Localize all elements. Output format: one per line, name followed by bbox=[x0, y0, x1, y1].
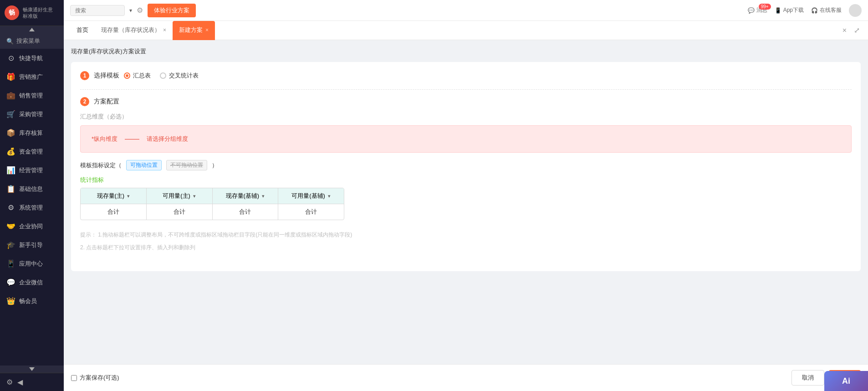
topbar-app-download[interactable]: 📱 App下载 bbox=[775, 6, 804, 14]
sidebar-header: 畅 畅康通好生意 标准版 bbox=[0, 0, 64, 26]
collapse-icon[interactable]: ◀ bbox=[17, 378, 23, 386]
stats-table-header: 现存量(主) ▾ 可用量(主) ▾ 现存量(基辅) ▾ 可用量(基辅) bbox=[81, 188, 344, 204]
settings-icon[interactable]: ⚙ bbox=[6, 378, 13, 386]
finance-icon: 💰 bbox=[6, 147, 15, 156]
sidebar-scroll-down[interactable] bbox=[0, 365, 64, 373]
stats-col-2[interactable]: 可用量(主) ▾ bbox=[147, 188, 213, 204]
svg-marker-0 bbox=[29, 28, 35, 31]
marketing-icon: 🎁 bbox=[6, 72, 15, 81]
stats-table: 现存量(主) ▾ 可用量(主) ▾ 现存量(基辅) ▾ 可用量(基辅) bbox=[80, 188, 344, 220]
dimension-box[interactable]: *纵向维度 —— 请选择分组维度 bbox=[80, 125, 852, 153]
cancel-button[interactable]: 取消 bbox=[791, 370, 824, 386]
topbar: ▾ ⚙ 体验行业方案 💬 消息 99+ 📱 App下载 🎧 在线客服 bbox=[64, 0, 868, 21]
stats-cell-4: 合计 bbox=[278, 204, 344, 220]
main-area: ▾ ⚙ 体验行业方案 💬 消息 99+ 📱 App下载 🎧 在线客服 首页 bbox=[64, 0, 868, 391]
sidebar-footer: ⚙ ◀ bbox=[0, 373, 64, 391]
sidebar-item-app-center[interactable]: 📱 应用中心 bbox=[0, 254, 64, 273]
tabs-bar-right: × ⤢ bbox=[841, 24, 862, 36]
save-checkbox-input[interactable] bbox=[71, 375, 77, 381]
topbar-messages[interactable]: 💬 消息 99+ bbox=[748, 6, 767, 14]
nodrag-tag: 不可拖动位置 bbox=[166, 160, 207, 170]
sidebar-item-operations[interactable]: 📊 经营管理 bbox=[0, 161, 64, 180]
sidebar-item-purchase[interactable]: 🛒 采购管理 bbox=[0, 105, 64, 123]
sidebar-item-finance[interactable]: 💰 资金管理 bbox=[0, 142, 64, 161]
content-area: 现存量(库存状况表)方案设置 1 选择模板 汇总表 交叉统计表 bbox=[64, 40, 868, 364]
stats-cell-1: 合计 bbox=[81, 204, 147, 220]
user-avatar[interactable] bbox=[849, 4, 862, 17]
stats-table-row: 合计 合计 合计 合计 bbox=[81, 204, 344, 220]
chevron-down-icon-2[interactable]: ▾ bbox=[193, 193, 196, 199]
topbar-right: 💬 消息 99+ 📱 App下载 🎧 在线客服 bbox=[748, 4, 862, 17]
sidebar-item-member[interactable]: 👑 畅会员 bbox=[0, 292, 64, 310]
step1-section: 1 选择模板 汇总表 交叉统计表 bbox=[80, 71, 852, 80]
stats-col-3[interactable]: 现存量(基辅) ▾ bbox=[213, 188, 279, 204]
sidebar-item-quick-nav[interactable]: ⊙ 快捷导航 bbox=[0, 49, 64, 67]
app-title: 畅康通好生意 标准版 bbox=[23, 6, 53, 20]
phone-icon: 📱 bbox=[775, 7, 781, 14]
template-radio-group: 汇总表 交叉统计表 bbox=[124, 72, 199, 80]
ai-float-button[interactable]: Ai bbox=[824, 371, 868, 391]
dimension-placeholder[interactable]: 请选择分组维度 bbox=[147, 135, 188, 143]
radio-summary[interactable]: 汇总表 bbox=[124, 72, 151, 80]
app-center-icon: 📱 bbox=[6, 259, 15, 268]
step1-header: 1 选择模板 汇总表 交叉统计表 bbox=[80, 71, 852, 80]
tab-inventory[interactable]: 现存量（库存状况表） × bbox=[95, 21, 173, 40]
page-title: 现存量(库存状况表)方案设置 bbox=[71, 47, 861, 56]
topbar-search-input[interactable] bbox=[70, 5, 125, 16]
radio-cross[interactable]: 交叉统计表 bbox=[160, 72, 199, 80]
sidebar-item-wechat[interactable]: 💬 企业微信 bbox=[0, 273, 64, 292]
topbar-online-service[interactable]: 🎧 在线客服 bbox=[811, 6, 842, 14]
sidebar-item-new-guide[interactable]: 🎓 新手引导 bbox=[0, 236, 64, 254]
basic-info-icon: 📋 bbox=[6, 185, 15, 193]
sidebar-item-system[interactable]: ⚙ 系统管理 bbox=[0, 198, 64, 217]
tabs-bar: 首页 现存量（库存状况表） × 新建方案 × × ⤢ bbox=[64, 21, 868, 40]
tab-inventory-close[interactable]: × bbox=[163, 27, 166, 33]
sidebar-search[interactable]: 🔍 搜索菜单 bbox=[0, 33, 64, 49]
step2-title: 方案配置 bbox=[94, 98, 119, 106]
new-guide-icon: 🎓 bbox=[6, 241, 15, 249]
tab-close-action[interactable]: × bbox=[841, 25, 848, 36]
tab-new-scheme-close[interactable]: × bbox=[205, 27, 209, 33]
sidebar-item-sales[interactable]: 💼 销售管理 bbox=[0, 86, 64, 105]
save-checkbox-label[interactable]: 方案保存(可选) bbox=[71, 374, 119, 382]
step-divider bbox=[80, 89, 852, 90]
radio-summary-circle bbox=[124, 72, 130, 79]
dimension-required-label: *纵向维度 bbox=[92, 135, 117, 143]
sidebar-scroll-up[interactable] bbox=[0, 26, 64, 33]
message-icon: 💬 bbox=[748, 7, 755, 14]
quick-nav-icon: ⊙ bbox=[6, 54, 15, 62]
scheme-settings-card: 1 选择模板 汇总表 交叉统计表 bbox=[71, 62, 861, 271]
sidebar-item-contract[interactable]: 🤝 企业协同 bbox=[0, 217, 64, 236]
dimension-arrow: —— bbox=[125, 135, 139, 143]
trial-industry-button[interactable]: 体验行业方案 bbox=[148, 4, 196, 17]
contract-icon: 🤝 bbox=[6, 222, 15, 231]
tab-new-scheme[interactable]: 新建方案 × bbox=[173, 21, 215, 40]
sidebar-item-marketing[interactable]: 🎁 营销推广 bbox=[0, 67, 64, 86]
stats-col-4[interactable]: 可用量(基辅) ▾ bbox=[278, 188, 344, 204]
headset-icon: 🎧 bbox=[811, 7, 818, 14]
step2-badge: 2 bbox=[80, 97, 89, 106]
sidebar-item-basic-info[interactable]: 📋 基础信息 bbox=[0, 180, 64, 198]
dimension-label: 汇总维度（必选） bbox=[80, 113, 852, 121]
sales-icon: 💼 bbox=[6, 91, 15, 100]
chevron-down-icon-3[interactable]: ▾ bbox=[262, 193, 265, 199]
sidebar-nav: ⊙ 快捷导航 🎁 营销推广 💼 销售管理 🛒 采购管理 📦 库存核算 💰 资金管… bbox=[0, 49, 64, 365]
chevron-down-icon-1[interactable]: ▾ bbox=[127, 193, 130, 199]
wechat-icon: 💬 bbox=[6, 278, 15, 287]
dimension-inner: *纵向维度 —— 请选择分组维度 bbox=[92, 135, 840, 143]
purchase-icon: 🛒 bbox=[6, 110, 15, 118]
topbar-gear-icon[interactable]: ⚙ bbox=[137, 6, 143, 15]
tab-expand-action[interactable]: ⤢ bbox=[852, 24, 862, 36]
stats-col-1[interactable]: 现存量(主) ▾ bbox=[81, 188, 147, 204]
radio-cross-circle bbox=[160, 72, 166, 79]
message-badge: 99+ bbox=[759, 4, 771, 10]
topbar-dropdown[interactable]: ▾ bbox=[129, 7, 132, 14]
svg-marker-1 bbox=[29, 367, 35, 371]
tab-home[interactable]: 首页 bbox=[70, 21, 95, 40]
chevron-down-icon-4[interactable]: ▾ bbox=[328, 193, 331, 199]
stats-cell-2: 合计 bbox=[147, 204, 213, 220]
operations-icon: 📊 bbox=[6, 166, 15, 175]
stats-section-label: 统计指标 bbox=[80, 176, 852, 184]
sidebar-item-inventory[interactable]: 📦 库存核算 bbox=[0, 123, 64, 142]
inventory-icon: 📦 bbox=[6, 129, 15, 137]
